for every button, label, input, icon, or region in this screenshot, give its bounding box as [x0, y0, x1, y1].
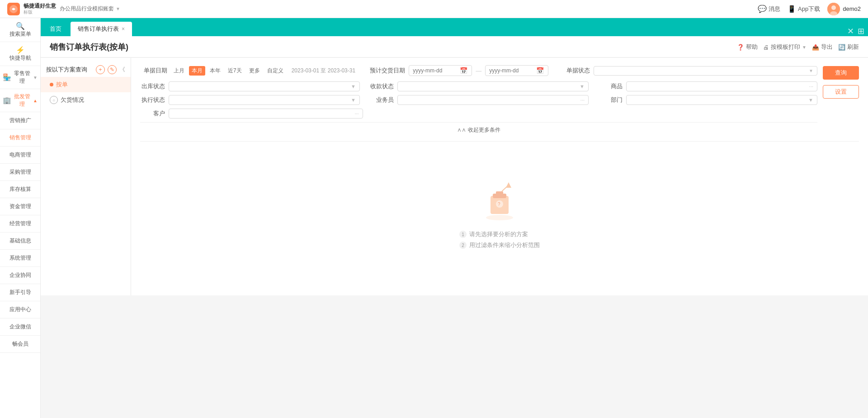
- collapse-arrow-icon: ∧∧: [457, 127, 466, 133]
- sidebar-item-sales[interactable]: 销售管理: [0, 129, 40, 147]
- sidebar-item-purchase[interactable]: 采购管理: [0, 164, 40, 181]
- exec-select[interactable]: ▼: [169, 95, 360, 105]
- date-tab-thisyear[interactable]: 本年: [207, 66, 223, 76]
- app-download-button[interactable]: 📱 App下载: [788, 5, 820, 13]
- content-area: 首页 销售订单执行表 × ✕ ⊞ 销售订单执行表(按单) ❓: [41, 18, 868, 418]
- svg-rect-7: [496, 191, 503, 195]
- sidebar-item-ecommerce[interactable]: 电商管理: [0, 147, 40, 164]
- date-tab-more[interactable]: 更多: [246, 66, 263, 76]
- sidebar-item-search[interactable]: 🔍 搜索菜单: [0, 18, 40, 42]
- receipt-filter-label: 收款状态: [369, 82, 394, 90]
- collapse-panel-button[interactable]: 《: [119, 66, 125, 74]
- tab-maximize-icon[interactable]: ⊞: [858, 26, 864, 36]
- scheme-item-shortage[interactable]: ○ 欠货情况: [41, 92, 131, 108]
- message-button[interactable]: 💬 消息: [758, 5, 780, 13]
- expected-date-label: 预计交货日期: [370, 66, 405, 75]
- salesman-input[interactable]: ···: [397, 95, 589, 105]
- receipt-filter-cell: 收款状态 ▼: [369, 81, 589, 91]
- sidebar-item-quicknav[interactable]: ⚡ 快捷导航: [0, 42, 40, 66]
- retail-icon: 🏪: [3, 73, 11, 81]
- sidebar-item-operations[interactable]: 经营管理: [0, 215, 40, 233]
- tab-home-label: 首页: [50, 25, 61, 33]
- search-label: 搜索菜单: [3, 30, 38, 38]
- tab-home[interactable]: 首页: [42, 22, 69, 36]
- expected-date-start-field[interactable]: [413, 67, 458, 74]
- purchase-label: 采购管理: [3, 168, 38, 176]
- refresh-button[interactable]: 🔄 刷新: [838, 43, 859, 51]
- sidebar-item-finance[interactable]: 资金管理: [0, 198, 40, 215]
- date-tab-7days[interactable]: 近7天: [225, 66, 245, 76]
- quicknav-icon: ⚡: [3, 46, 38, 54]
- app-logo: [7, 3, 20, 15]
- tab-sales-order[interactable]: 销售订单执行表 ×: [71, 22, 132, 36]
- collapse-more-label: 收起更多条件: [468, 127, 500, 133]
- sidebar-item-base[interactable]: 基础信息: [0, 233, 40, 250]
- sidebar-item-retail[interactable]: 🏪 零售管理 ▼: [0, 66, 40, 89]
- sidebar-item-wechat[interactable]: 企业微信: [0, 318, 40, 336]
- exec-filter-cell: 执行状态 ▼: [140, 95, 360, 105]
- date-separator: —: [476, 67, 481, 74]
- add-scheme-button[interactable]: +: [96, 65, 105, 74]
- edit-scheme-button[interactable]: ✎: [108, 65, 117, 74]
- query-button[interactable]: 查询: [823, 66, 859, 80]
- left-panel-actions: + ✎ 《: [96, 65, 125, 74]
- calendar-start-icon[interactable]: 📅: [460, 67, 467, 74]
- settings-button[interactable]: 设置: [823, 85, 859, 99]
- active-dot-icon: [50, 83, 53, 86]
- tab-bar: 首页 销售订单执行表 × ✕ ⊞: [41, 18, 868, 36]
- sidebar-item-appstore[interactable]: 应用中心: [0, 301, 40, 318]
- scheme-item-order[interactable]: 按单: [41, 77, 131, 92]
- dept-select[interactable]: ▼: [626, 95, 817, 105]
- dept-filter-label: 部门: [598, 96, 623, 104]
- sales-label: 销售管理: [3, 134, 38, 142]
- export-icon: 📤: [812, 44, 819, 51]
- goods-input[interactable]: ···: [626, 81, 817, 91]
- salesman-filter-cell: 业务员 ···: [369, 95, 589, 105]
- member-label: 畅会员: [3, 340, 38, 348]
- page-title: 销售订单执行表(按单): [50, 42, 128, 52]
- date-tab-lastmonth[interactable]: 上月: [171, 66, 187, 76]
- status-filter-label: 单据状态: [563, 66, 590, 75]
- outbound-select[interactable]: ▼: [169, 81, 360, 91]
- help-button[interactable]: ❓ 帮助: [737, 43, 758, 51]
- shortage-icon: ○: [50, 96, 58, 104]
- sidebar-item-marketing[interactable]: 营销推广: [0, 112, 40, 129]
- main-container: 🔍 搜索菜单 ⚡ 快捷导航 🏪 零售管理 ▼ 🏢 批发管理 ▲ 营销推广 销售管…: [0, 18, 868, 418]
- sidebar-item-newuser[interactable]: 新手引导: [0, 284, 40, 301]
- sidebar-item-wholesale[interactable]: 🏢 批发管理 ▲: [0, 89, 40, 112]
- status-select[interactable]: ▼: [594, 66, 817, 76]
- tip1-text: 请先选择要分析的方案: [469, 230, 528, 238]
- empty-state: ? 1 请先选择要分析的方案: [140, 142, 859, 288]
- marketing-label: 营销推广: [3, 117, 38, 124]
- date-tab-custom[interactable]: 自定义: [264, 66, 286, 76]
- help-label: 帮助: [746, 43, 758, 51]
- sidebar-item-inventory[interactable]: 库存核算: [0, 181, 40, 198]
- sidebar-item-enterprise[interactable]: 企业协同: [0, 267, 40, 284]
- left-panel-title: 按以下方案查询: [46, 66, 87, 74]
- expected-date-start-input[interactable]: 📅: [409, 65, 472, 76]
- export-button[interactable]: 📤 导出: [812, 43, 833, 51]
- export-label: 导出: [821, 43, 833, 51]
- tab-right-actions: ✕ ⊞: [847, 26, 868, 36]
- inventory-label: 库存核算: [3, 185, 38, 193]
- date-tab-thismonth[interactable]: 本月: [189, 66, 205, 76]
- breadcrumb-expand-icon[interactable]: ▼: [116, 6, 120, 11]
- expected-date-end-field[interactable]: [489, 67, 534, 74]
- retail-arrow-icon: ▼: [33, 75, 38, 80]
- receipt-select[interactable]: ▼: [397, 81, 589, 91]
- sidebar-item-system[interactable]: 系统管理: [0, 250, 40, 267]
- status-select-arrow-icon: ▼: [809, 68, 813, 73]
- tab-close-icon[interactable]: ×: [122, 26, 125, 32]
- sidebar-item-member[interactable]: 畅会员: [0, 336, 40, 353]
- tab-close-window-icon[interactable]: ✕: [847, 26, 854, 36]
- empty-state-illustration: ?: [477, 178, 522, 223]
- calendar-end-icon[interactable]: 📅: [536, 67, 544, 74]
- user-area[interactable]: demo2: [827, 3, 861, 15]
- collapse-more-button[interactable]: ∧∧ 收起更多条件: [140, 122, 817, 138]
- print-template-button[interactable]: 🖨 按模板打印 ▼: [763, 43, 807, 51]
- expected-date-end-input[interactable]: 📅: [485, 65, 548, 76]
- enterprise-label: 企业协同: [3, 271, 38, 279]
- customer-input[interactable]: ···: [169, 109, 363, 119]
- dept-filter-cell: 部门 ▼: [598, 95, 817, 105]
- customer-more-icon: ···: [354, 111, 359, 116]
